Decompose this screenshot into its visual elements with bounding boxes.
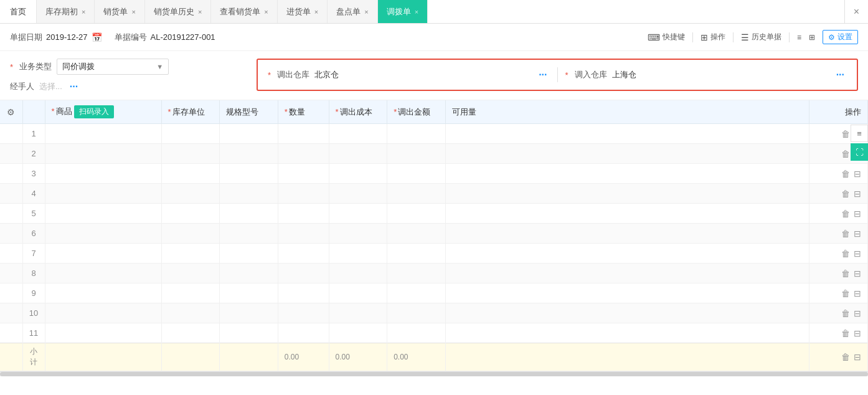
col-unit: *库存单位 [161, 100, 220, 124]
delete-row-icon[interactable]: 🗑 [841, 149, 850, 159]
row-unit-cell [161, 204, 220, 224]
tab-sales-history-close[interactable]: × [198, 8, 202, 16]
delete-row-icon[interactable]: 🗑 [841, 189, 850, 199]
doc-date-field: 单据日期 2019-12-27 📅 [10, 32, 102, 43]
business-type-select[interactable]: 同价调拨 ▼ [57, 59, 169, 75]
row-unit-cell [161, 303, 220, 323]
tab-stocktake[interactable]: 盘点单 × [328, 0, 377, 23]
delete-row-icon[interactable]: 🗑 [841, 169, 850, 179]
in-warehouse-more-button[interactable]: ··· [834, 69, 847, 80]
row-available-cell [445, 244, 809, 264]
row-goods-cell[interactable] [45, 144, 161, 164]
row-num-cell: 9 [22, 283, 45, 303]
row-goods-cell[interactable] [45, 124, 161, 144]
history-button[interactable]: ☰ 历史单据 [741, 32, 781, 42]
copy-row-icon[interactable]: ⊟ [854, 229, 861, 239]
row-available-cell [445, 184, 809, 204]
scroll-thumb[interactable] [0, 372, 868, 376]
tab-home[interactable]: 首页 [0, 0, 37, 23]
tab-purchase-order-close[interactable]: × [314, 8, 318, 16]
table-settings-icon[interactable]: ⚙ [7, 107, 15, 117]
in-warehouse-label: 调入仓库 [575, 69, 607, 80]
tab-view-sales-close[interactable]: × [264, 8, 268, 16]
row-goods-cell[interactable] [45, 184, 161, 204]
copy-row-icon[interactable]: ⊟ [854, 288, 861, 298]
business-type-required: * [10, 62, 13, 72]
row-goods-cell[interactable] [45, 283, 161, 303]
calendar-icon[interactable]: 📅 [92, 32, 102, 42]
row-available-cell [445, 124, 809, 144]
operation-label: 操作 [710, 32, 725, 42]
out-warehouse-more-button[interactable]: ··· [536, 69, 549, 80]
row-goods-cell[interactable] [45, 224, 161, 244]
layout-grid-button[interactable]: ⊞ [809, 33, 815, 42]
tab-stocktake-close[interactable]: × [364, 8, 368, 16]
col-qty: *数量 [278, 100, 329, 124]
copy-row-icon[interactable]: ⊟ [854, 169, 861, 179]
row-spec-cell [220, 204, 278, 224]
copy-row-icon[interactable]: ⊟ [854, 269, 861, 278]
person-select[interactable]: 选择... [39, 81, 62, 92]
tab-sales-history[interactable]: 销货单历史 × [145, 0, 211, 23]
delete-row-icon[interactable]: 🗑 [841, 308, 850, 318]
tab-view-sales[interactable]: 查看销货单 × [211, 0, 277, 23]
row-action-cell: 🗑 ⊟ [809, 184, 868, 204]
row-goods-cell[interactable] [45, 164, 161, 184]
operation-button[interactable]: ⊞ 操作 [701, 32, 725, 42]
horizontal-scrollbar[interactable] [0, 371, 868, 376]
tab-purchase-order[interactable]: 进货单 × [278, 0, 328, 23]
subtotal-copy-icon[interactable]: ⊟ [854, 352, 861, 362]
delete-row-icon[interactable]: 🗑 [841, 328, 850, 338]
row-goods-cell[interactable] [45, 264, 161, 283]
copy-row-icon[interactable]: ⊟ [854, 308, 861, 318]
layout-list-button[interactable]: ≡ [797, 33, 801, 42]
row-available-cell [445, 283, 809, 303]
row-goods-cell[interactable] [45, 323, 161, 343]
row-unit-cell [161, 144, 220, 164]
doc-header-right: ⌨ 快捷键 ⊞ 操作 ☰ 历史单据 ≡ ⊞ ⚙ 设置 [648, 30, 858, 44]
row-amount-cell [387, 323, 446, 343]
scan-entry-button[interactable]: 扫码录入 [74, 105, 114, 118]
row-unit-cell [161, 164, 220, 184]
in-warehouse-value: 上海仓 [612, 69, 636, 80]
delete-row-icon[interactable]: 🗑 [841, 288, 850, 298]
tab-transfer-close[interactable]: × [415, 8, 418, 16]
row-qty-cell [278, 124, 329, 144]
delete-row-icon[interactable]: 🗑 [841, 249, 850, 259]
tab-sales-order-close[interactable]: × [131, 8, 135, 16]
row-unit-cell [161, 283, 220, 303]
subtotal-unit [161, 343, 220, 371]
out-warehouse-field: * 调出仓库 北京仓 ··· [268, 69, 550, 80]
tab-inventory-init-close[interactable]: × [82, 8, 85, 16]
copy-row-icon[interactable]: ⊟ [854, 328, 861, 338]
delete-row-icon[interactable]: 🗑 [841, 209, 850, 219]
settings-button[interactable]: ⚙ 设置 [823, 30, 858, 44]
subtotal-delete-icon[interactable]: 🗑 [841, 352, 850, 362]
copy-row-icon[interactable]: ⊟ [854, 249, 861, 259]
row-spec-cell [220, 184, 278, 204]
row-num-cell: 7 [22, 244, 45, 264]
table-row: 9 🗑 ⊟ [0, 283, 868, 303]
shortcut-icon: ⌨ [648, 32, 660, 42]
delete-row-icon[interactable]: 🗑 [841, 229, 850, 239]
toolbar-divider-3 [789, 32, 790, 42]
delete-row-icon[interactable]: 🗑 [841, 269, 850, 278]
row-amount-cell [387, 204, 446, 224]
side-link-button[interactable]: ⛶ [851, 143, 868, 161]
toolbar-divider-2 [733, 32, 734, 42]
row-goods-cell[interactable] [45, 204, 161, 224]
tab-sales-order[interactable]: 销货单 × [95, 0, 144, 23]
row-goods-cell[interactable] [45, 244, 161, 264]
tab-inventory-init[interactable]: 库存期初 × [37, 0, 95, 23]
tab-transfer[interactable]: 调拨单 × [378, 0, 428, 23]
window-close-button[interactable]: × [844, 0, 868, 23]
copy-row-icon[interactable]: ⊟ [854, 189, 861, 199]
row-goods-cell[interactable] [45, 303, 161, 323]
layout-list-icon: ≡ [797, 33, 801, 42]
delete-row-icon[interactable]: 🗑 [841, 129, 850, 139]
row-cost-cell [329, 124, 387, 144]
side-list-button[interactable]: ≡ [851, 125, 868, 142]
shortcut-button[interactable]: ⌨ 快捷键 [648, 32, 685, 42]
person-more-button[interactable]: ··· [67, 81, 80, 92]
copy-row-icon[interactable]: ⊟ [854, 209, 861, 219]
